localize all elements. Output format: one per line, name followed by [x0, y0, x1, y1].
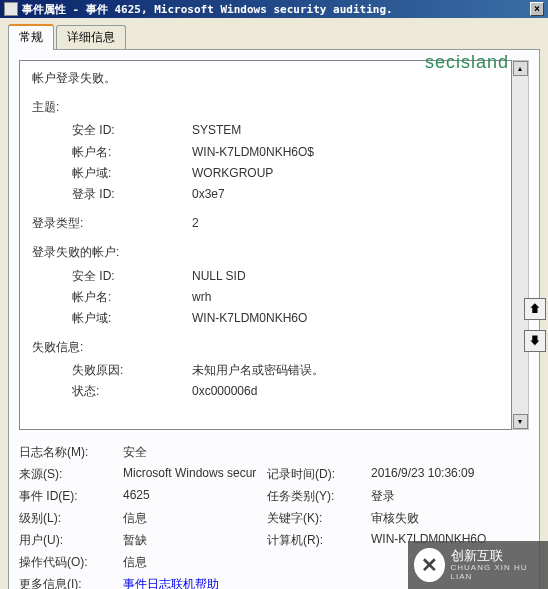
logged-value: 2016/9/23 10:36:09: [371, 466, 529, 483]
footer-watermark: ✕ 创新互联 CHUANG XIN HU LIAN: [408, 541, 548, 589]
subject-security-id-value: SYSTEM: [192, 121, 241, 140]
scroll-up-icon[interactable]: ▴: [513, 61, 528, 76]
brand-icon: ✕: [414, 548, 445, 582]
failed-account-domain-label: 帐户域:: [72, 309, 192, 328]
app-icon: [4, 2, 18, 16]
failure-info-section-label: 失败信息:: [32, 338, 499, 357]
failed-security-id-value: NULL SID: [192, 267, 246, 286]
subject-account-domain-label: 帐户域:: [72, 164, 192, 183]
tab-strip: 常规 详细信息: [8, 24, 540, 50]
opcode-label: 操作代码(O):: [19, 554, 119, 571]
brand-subtext: CHUANG XIN HU LIAN: [451, 563, 543, 581]
failed-account-section-label: 登录失败的帐户:: [32, 243, 499, 262]
scroll-down-icon[interactable]: ▾: [513, 414, 528, 429]
event-id-value: 4625: [123, 488, 263, 505]
failed-account-name-value: wrh: [192, 288, 211, 307]
scrollbar[interactable]: ▴ ▾: [512, 60, 529, 430]
failure-reason-label: 失败原因:: [72, 361, 192, 380]
source-label: 来源(S):: [19, 466, 119, 483]
subject-section-label: 主题:: [32, 98, 499, 117]
level-label: 级别(L):: [19, 510, 119, 527]
brand-text: 创新互联: [451, 549, 543, 563]
window-title: 事件属性 - 事件 4625, Microsoft Windows securi…: [22, 2, 530, 17]
logged-label: 记录时间(D):: [267, 466, 367, 483]
failed-account-name-label: 帐户名:: [72, 288, 192, 307]
user-value: 暂缺: [123, 532, 263, 549]
event-id-label: 事件 ID(E):: [19, 488, 119, 505]
failure-reason-value: 未知用户名或密码错误。: [192, 361, 324, 380]
failure-status-value: 0xc000006d: [192, 382, 257, 401]
subject-logon-id-label: 登录 ID:: [72, 185, 192, 204]
computer-label: 计算机(R):: [267, 532, 367, 549]
logon-type-value: 2: [192, 214, 199, 233]
event-description-box: 帐户登录失败。 主题: 安全 ID: SYSTEM 帐户名: WIN-K7LDM…: [19, 60, 512, 430]
keywords-value: 审核失败: [371, 510, 529, 527]
keywords-label: 关键字(K):: [267, 510, 367, 527]
more-info-label: 更多信息(I):: [19, 576, 119, 589]
subject-security-id-label: 安全 ID:: [72, 121, 192, 140]
task-category-value: 登录: [371, 488, 529, 505]
source-value: Microsoft Windows secur: [123, 466, 263, 483]
tab-content: secisland 帐户登录失败。 主题: 安全 ID: SYSTEM 帐户名:…: [8, 50, 540, 589]
tab-details[interactable]: 详细信息: [56, 25, 126, 49]
failed-security-id-label: 安全 ID:: [72, 267, 192, 286]
failure-status-label: 状态:: [72, 382, 192, 401]
watermark: secisland: [425, 52, 509, 73]
log-name-label: 日志名称(M):: [19, 444, 119, 461]
log-name-value: 安全: [123, 444, 529, 461]
logon-type-label: 登录类型:: [32, 214, 192, 233]
nav-up-button[interactable]: 🡅: [524, 298, 546, 320]
level-value: 信息: [123, 510, 263, 527]
nav-arrows: 🡅 🡇: [524, 298, 546, 352]
window-body: 常规 详细信息 secisland 帐户登录失败。 主题: 安全 ID: SYS…: [0, 18, 548, 589]
close-icon[interactable]: ×: [530, 2, 544, 16]
task-category-label: 任务类别(Y):: [267, 488, 367, 505]
subject-logon-id-value: 0x3e7: [192, 185, 225, 204]
tab-general[interactable]: 常规: [8, 24, 54, 50]
nav-down-button[interactable]: 🡇: [524, 330, 546, 352]
titlebar: 事件属性 - 事件 4625, Microsoft Windows securi…: [0, 0, 548, 18]
desc-header: 帐户登录失败。: [32, 69, 116, 88]
subject-account-name-value: WIN-K7LDM0NKH6O$: [192, 143, 314, 162]
failed-account-domain-value: WIN-K7LDM0NKH6O: [192, 309, 307, 328]
subject-account-domain-value: WORKGROUP: [192, 164, 273, 183]
user-label: 用户(U):: [19, 532, 119, 549]
subject-account-name-label: 帐户名:: [72, 143, 192, 162]
